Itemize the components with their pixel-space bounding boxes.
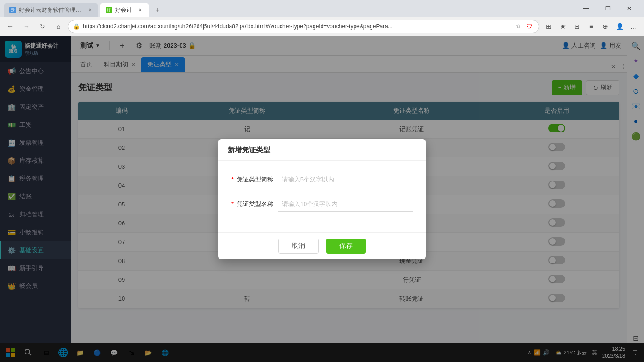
add-voucher-type-dialog: 新增凭证类型 * 凭证类型简称 * 凭证类型名称 取消 保存 [218, 139, 426, 259]
tab-favicon-1: 云 [9, 7, 16, 13]
browser-tab-1[interactable]: 云 好会计云财务软件管理系统_会计 ✕ [4, 3, 98, 17]
close-button[interactable]: ✕ [619, 0, 640, 17]
maximize-button[interactable]: ❐ [597, 0, 619, 17]
tab-favicon-2: 好 [106, 7, 112, 13]
form-row-short: * 凭证类型简称 [231, 172, 413, 187]
minimize-button[interactable]: — [575, 0, 597, 17]
home-button[interactable]: ⌂ [52, 20, 65, 33]
reading-list-icon[interactable]: ≡ [585, 20, 598, 33]
dialog-title: 新增凭证类型 [228, 146, 270, 155]
new-tab-button[interactable]: + [151, 4, 164, 17]
account-icon[interactable]: 👤 [613, 20, 626, 33]
form-label-short: * 凭证类型简称 [231, 175, 278, 184]
forward-button[interactable]: → [20, 20, 33, 33]
address-bar: ← → ↻ ⌂ 🔒 https://cloud2.chanjet.com/acc… [0, 17, 644, 36]
tab-title-1: 好会计云财务软件管理系统_会计 [19, 6, 83, 14]
dialog-footer: 取消 保存 [218, 232, 426, 259]
dialog-header: 新增凭证类型 [218, 139, 426, 161]
required-marker-name: * [231, 200, 234, 207]
extensions-icon[interactable]: ⊞ [542, 20, 555, 33]
save-button[interactable]: 保存 [326, 239, 366, 254]
reading-view-icon[interactable]: ⊟ [570, 20, 584, 33]
browser-chrome: 云 好会计云财务软件管理系统_会计 ✕ 好 好会计 ✕ + — ❐ ✕ ← → … [0, 0, 644, 36]
favorites-icon[interactable]: ☆ [513, 22, 523, 31]
dialog-overlay: 新增凭证类型 * 凭证类型简称 * 凭证类型名称 取消 保存 [0, 36, 644, 362]
form-label-name: * 凭证类型名称 [231, 200, 278, 208]
browser-tab-2[interactable]: 好 好会计 ✕ [100, 3, 149, 17]
window-controls: — ❐ ✕ [575, 0, 640, 17]
field-name-label-text: 凭证类型名称 [237, 200, 273, 207]
dialog-body: * 凭证类型简称 * 凭证类型名称 [218, 161, 426, 232]
required-marker-short: * [231, 176, 234, 183]
field-short-input[interactable] [278, 172, 413, 187]
back-button[interactable]: ← [4, 20, 17, 33]
address-icons: ☆ 🛡 [513, 22, 534, 31]
browser-toolbar-right: ⊞ ★ ⊟ ≡ ⊕ 👤 … [542, 20, 640, 33]
url-text: https://cloud2.chanjet.com/accounting/uh… [83, 23, 511, 30]
browser-tab-bar: 云 好会计云财务软件管理系统_会计 ✕ 好 好会计 ✕ + — ❐ ✕ [0, 0, 644, 17]
collections-icon[interactable]: ⊕ [599, 20, 612, 33]
more-icon[interactable]: … [627, 20, 640, 33]
field-name-input[interactable] [278, 197, 413, 212]
tab-close-2[interactable]: ✕ [137, 7, 143, 13]
form-row-name: * 凭证类型名称 [231, 197, 413, 212]
reload-button[interactable]: ↻ [36, 20, 49, 33]
field-short-label-text: 凭证类型简称 [237, 176, 273, 183]
shield-icon[interactable]: 🛡 [525, 22, 534, 31]
cancel-button[interactable]: 取消 [278, 239, 319, 254]
address-input[interactable]: 🔒 https://cloud2.chanjet.com/accounting/… [68, 20, 539, 33]
favorites-bar-icon[interactable]: ★ [556, 20, 570, 33]
tab-close-1[interactable]: ✕ [87, 7, 92, 13]
tab-title-2: 好会计 [115, 6, 132, 14]
